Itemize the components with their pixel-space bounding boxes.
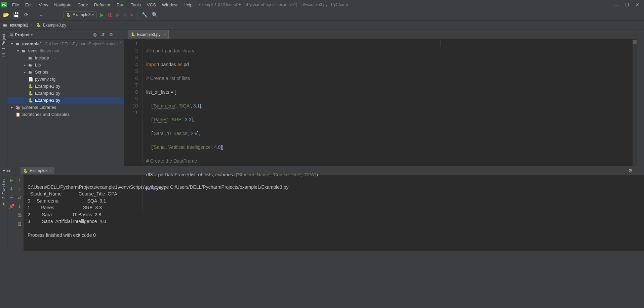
scroll-icon[interactable]: ⤓ (17, 204, 22, 209)
project-tree: ▾🖿 example1 C:\Users\DELL\PycharmProject… (7, 40, 124, 166)
editor-tab-example3[interactable]: 🐍 Example3.py × (128, 30, 169, 39)
collapse-icon[interactable]: ⇵ (101, 32, 105, 37)
breadcrumb-sep: 〉 (30, 22, 34, 28)
python-icon: 🐍 (23, 169, 28, 173)
titlebar: PC File Edit View Navigate Code Refactor… (0, 0, 644, 9)
up-icon[interactable]: ↑ (18, 177, 21, 183)
gear-icon[interactable]: ⚙ (109, 32, 113, 37)
target-icon[interactable]: ◎ (93, 32, 97, 37)
back-icon[interactable]: ← (38, 12, 45, 18)
tree-root[interactable]: ▾🖿 example1 C:\Users\DELL\PycharmProject… (7, 40, 124, 47)
left-toolstrip: 1: Project ☰ (0, 30, 7, 166)
structure-icon[interactable]: ☰ (2, 53, 5, 57)
tree-venv[interactable]: ▾🖿 venv library root (7, 47, 124, 54)
folder-icon: 🖿 (3, 23, 7, 28)
breadcrumb-file[interactable]: Example3.py (43, 23, 66, 28)
left-bottom-strip: 2: Favorites ★ (0, 175, 7, 251)
menu-navigate[interactable]: Navigate (51, 1, 74, 9)
tree-lib[interactable]: ▸🖿Lib (7, 61, 124, 69)
menu-refactor[interactable]: Refactor (91, 1, 113, 9)
breadcrumb: 🖿 example1 〉 🐍 Example3.py (0, 20, 644, 30)
project-pane: ▤ Project ▾ ◎ ⇵ ⚙ — ▾🖿 example1 C:\Users… (7, 30, 124, 166)
forward-icon[interactable]: → (48, 12, 55, 17)
app-icon: PC (1, 2, 7, 7)
window-title: example1 [C:\Users\DELL\PycharmProjects\… (199, 2, 348, 7)
hide-icon[interactable]: — (637, 168, 641, 173)
tree-include[interactable]: 🖿Include (7, 54, 124, 61)
python-icon: 🐍 (36, 23, 41, 27)
breadcrumb-root[interactable]: example1 (10, 23, 28, 28)
editor-tabs: 🐍 Example3.py × (124, 30, 637, 39)
menu-bar: File Edit View Navigate Code Refactor Ru… (9, 1, 195, 9)
search-icon[interactable]: 🔍 (152, 12, 158, 18)
tree-scratches[interactable]: 📋Scratches and Consoles (7, 111, 124, 118)
menu-run[interactable]: Run (114, 1, 127, 9)
trash-icon[interactable]: 🗑 (17, 221, 22, 226)
project-title[interactable]: Project (15, 32, 30, 37)
menu-file[interactable]: File (9, 1, 22, 9)
open-icon[interactable]: 📂 (3, 12, 9, 18)
wrench-icon[interactable]: 🔧 (142, 12, 148, 18)
close-icon[interactable]: ✕ (635, 2, 639, 7)
run-side-toolbar: ▶ ⬇ ☰ 📌 (7, 175, 15, 251)
run-side-toolbar-2: ↑ ↓ ⇄ ⤓ 🖶 🗑 (15, 175, 24, 251)
run-config-label: Example3 (73, 12, 90, 17)
tree-scripts[interactable]: ▸🖿Scripts (7, 69, 124, 76)
right-toolstrip (637, 30, 644, 166)
debug-icon[interactable]: 🐞 (107, 12, 113, 17)
chevron-down-icon: ▾ (92, 13, 94, 17)
python-icon: 🐍 (131, 32, 135, 37)
chevron-down-icon[interactable]: ▾ (31, 33, 33, 37)
editor-scrollbar[interactable] (633, 40, 637, 166)
down-icon[interactable]: ↓ (18, 186, 21, 191)
sidebar-tab-project[interactable]: 1: Project (1, 32, 6, 51)
stop-icon[interactable]: ■ (130, 12, 133, 17)
sidebar-tab-favorites[interactable]: 2: Favorites (1, 178, 6, 200)
star-icon[interactable]: ★ (2, 202, 6, 207)
layout-icon[interactable]: ☰ (9, 195, 14, 200)
run-icon[interactable]: ▶ (100, 12, 104, 17)
code-area[interactable]: # Import pandas library import pandas as… (143, 40, 637, 213)
menu-view[interactable]: View (36, 1, 51, 9)
tree-file-1[interactable]: 🐍Example1.py (7, 83, 124, 90)
run-coverage-icon[interactable]: ▶ (116, 12, 120, 17)
tree-file-2[interactable]: 🐍Example2.py (7, 90, 124, 97)
hide-icon[interactable]: — (117, 32, 122, 37)
tree-file-3[interactable]: 🐍Example3.py (7, 97, 124, 104)
close-tab-icon[interactable]: × (163, 32, 166, 37)
menu-help[interactable]: Help (181, 1, 195, 9)
print-icon[interactable]: 🖶 (17, 212, 22, 218)
project-view-icon: ▤ (9, 32, 13, 37)
gutter: 12 34 56 78 910 11 (124, 40, 143, 213)
rerun-icon[interactable]: ▶ (10, 177, 13, 183)
pin-icon[interactable]: 📌 (9, 204, 14, 209)
menu-code[interactable]: Code (75, 1, 91, 9)
menu-window[interactable]: Window (159, 1, 180, 9)
tree-pyvenv[interactable]: 📄pyvenv.cfg (7, 76, 124, 83)
toolbar: 📂 💾 ⟳ ← → 🐍 Example3 ▾ ▶ 🐞 ▶ ⧉ ■ 🔧 🔍 (0, 9, 644, 20)
wrap-icon[interactable]: ⇄ (17, 195, 22, 200)
editor: 🐍 Example3.py × 12 34 56 78 910 11 # Imp… (124, 30, 637, 166)
python-icon: 🐍 (66, 13, 71, 17)
menu-edit[interactable]: Edit (23, 1, 35, 9)
maximize-icon[interactable]: ❐ (625, 2, 629, 7)
tree-external-libs[interactable]: ▸📚External Libraries (7, 104, 124, 111)
run-tab-label: Example3 (30, 168, 47, 173)
project-header: ▤ Project ▾ ◎ ⇵ ⚙ — (7, 30, 124, 40)
reload-icon[interactable]: ⟳ (23, 12, 30, 18)
minimize-icon[interactable]: — (614, 2, 619, 7)
run-configuration[interactable]: 🐍 Example3 ▾ (63, 11, 97, 18)
close-tab-icon[interactable]: × (49, 168, 52, 173)
editor-body[interactable]: 12 34 56 78 910 11 # Import pandas libra… (124, 39, 637, 213)
run-tab[interactable]: 🐍 Example3 × (21, 167, 54, 174)
attach-icon[interactable]: ⧉ (123, 12, 127, 18)
editor-tab-label: Example3.py (137, 32, 160, 37)
save-icon[interactable]: 💾 (13, 12, 19, 18)
menu-tools[interactable]: Tools (128, 1, 144, 9)
menu-vcs[interactable]: VCS (144, 1, 159, 9)
run-label: Run: (3, 168, 11, 173)
stop-icon[interactable]: ⬇ (9, 186, 13, 191)
